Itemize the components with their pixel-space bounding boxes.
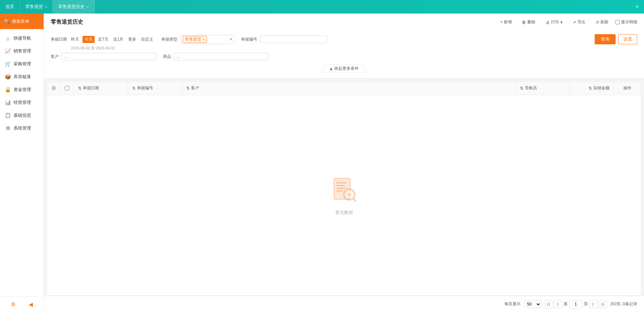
doc-type-container[interactable]: 零售退货 × ▾ (180, 35, 234, 44)
refresh-icon: ↺ (596, 20, 599, 25)
per-page-label: 每页显示 (504, 301, 521, 307)
date-btn-custom[interactable]: 自定义 (140, 36, 154, 43)
collapse-icon: ▲ (329, 66, 333, 71)
customer-input[interactable] (62, 53, 156, 60)
page-next-button[interactable]: ⟩ (589, 300, 597, 308)
svg-rect-1 (336, 182, 347, 183)
sidebar-item-quicknav[interactable]: ⌂ 快捷导航 (0, 32, 44, 45)
sidebar-item-operations[interactable]: 📊 经营管理 (0, 96, 44, 109)
date-btn-1month[interactable]: 近1月 (112, 36, 125, 43)
export-button[interactable]: ↗ 导出 (569, 18, 589, 27)
sidebar-item-basic-info-label: 基础信息 (14, 112, 31, 118)
sidebar: 🔍 搜索菜单 ⌂ 快捷导航 📈 销售管理 🛒 采购管理 📦 库存核算 🔒 (0, 14, 44, 312)
sidebar-item-system[interactable]: ⚙ 系统管理 (0, 122, 44, 135)
operations-icon: 📊 (5, 99, 11, 106)
date-btn-more[interactable]: 更多 (127, 36, 138, 43)
collapse-bar: ▲ 收起更多条件 (51, 63, 637, 75)
empty-illustration (329, 175, 359, 205)
svg-line-6 (353, 198, 356, 201)
window-close-button[interactable]: × (630, 0, 644, 14)
new-button[interactable]: + 新增 (497, 18, 515, 27)
svg-rect-2 (336, 185, 345, 186)
th-action: 操作 (614, 82, 641, 95)
sidebar-item-system-label: 系统管理 (14, 125, 31, 131)
th-amount[interactable]: ⇅ 实销金额 (570, 82, 614, 95)
refresh-button[interactable]: ↺ 刷新 (592, 18, 612, 27)
table-select-all[interactable] (61, 82, 74, 95)
page-first-button[interactable]: ⟨⟨ (545, 300, 553, 308)
select-all-checkbox[interactable] (65, 86, 69, 90)
page-last-button[interactable]: ⟩⟩ (599, 300, 607, 308)
doc-type-tag-close[interactable]: × (202, 38, 205, 41)
date-btn-7days[interactable]: 近7天 (97, 36, 110, 43)
sidebar-item-purchase[interactable]: 🛒 采购管理 (0, 58, 44, 70)
page-prev-button[interactable]: ⟨ (554, 300, 562, 308)
tab-home-label: 首页 (5, 4, 14, 10)
doc-no-input[interactable] (260, 36, 328, 43)
th-customer[interactable]: ⇅ 客户 (182, 82, 516, 95)
query-button[interactable]: 查询 (595, 34, 616, 44)
sidebar-item-inventory[interactable]: 📦 库存核算 (0, 70, 44, 83)
tab-retail-return-close[interactable]: × (45, 5, 47, 9)
delete-button[interactable]: 🗑 删除 (519, 18, 539, 27)
print-button[interactable]: 🖨 打印 ▾ (542, 18, 566, 27)
filter-row-2: 客户 商品 (51, 53, 637, 60)
print-button-label: 打印 (551, 19, 559, 25)
collapse-label: 收起更多条件 (334, 66, 359, 71)
doc-type-label: 单据类型 (161, 37, 177, 42)
th-docno-sort-icon: ⇅ (132, 86, 136, 91)
tab-home[interactable]: 首页 (0, 0, 20, 14)
sidebar-item-sales[interactable]: 📈 销售管理 (0, 45, 44, 58)
print-dropdown-icon: ▾ (560, 20, 563, 25)
collapse-sidebar-icon[interactable]: ◀ (29, 301, 33, 308)
sidebar-bottom: ⚙ ◀ (0, 296, 44, 312)
display-detail-check[interactable]: 显示明细 (615, 19, 637, 25)
doc-type-tag: 零售退货 × (183, 36, 207, 43)
delete-icon: 🗑 (522, 20, 526, 25)
settings-button[interactable]: 设置 (618, 34, 637, 44)
goods-filter: 商品 (163, 53, 268, 60)
date-btn-today[interactable]: 今天 (82, 36, 95, 43)
sidebar-search[interactable]: 🔍 搜索菜单 (0, 14, 44, 29)
export-button-label: 导出 (577, 19, 586, 25)
th-date[interactable]: ⇅ 单据日期 (74, 82, 128, 95)
sidebar-item-basic-info[interactable]: 📋 基础信息 (0, 109, 44, 122)
tab-retail-return-history-close[interactable]: × (87, 5, 89, 9)
sidebar-item-finance-label: 资金管理 (14, 87, 31, 93)
page-title: 零售退货历史 (51, 19, 83, 26)
customer-label: 客户 (51, 54, 59, 60)
sidebar-item-inventory-label: 库存核算 (14, 74, 31, 80)
sidebar-item-finance[interactable]: 🔒 资金管理 (0, 83, 44, 96)
sidebar-item-operations-label: 经营管理 (14, 99, 31, 106)
sidebar-item-sales-label: 销售管理 (14, 48, 31, 54)
display-detail-checkbox[interactable] (615, 20, 620, 24)
page-unit: 页 (584, 301, 588, 307)
th-guide[interactable]: ⇅ 导购员 (516, 82, 570, 95)
page-number-input[interactable] (569, 300, 582, 308)
tab-retail-return[interactable]: 零售退货 × (20, 0, 53, 14)
toolbar: + 新增 🗑 删除 🖨 打印 ▾ ↗ 导出 (497, 18, 637, 27)
th-docno[interactable]: ⇅ 单据编号 (128, 82, 182, 95)
per-page-select[interactable]: 10 20 50 100 (524, 300, 541, 308)
pagination-nav: ⟨⟨ ⟨ 第 页 ⟩ ⟩⟩ (545, 300, 607, 308)
sidebar-item-purchase-label: 采购管理 (14, 61, 31, 67)
delete-button-label: 删除 (527, 19, 535, 25)
filter-area: 单据日期 昨天 今天 近7天 近1月 更多 自定义 单据类型 (51, 31, 637, 78)
tab-retail-return-history[interactable]: 零售退货历史 × (53, 0, 94, 14)
date-range-display: 2023-06-02 至 2023-06-02 (71, 46, 637, 51)
settings-bottom-icon[interactable]: ⚙ (11, 301, 16, 308)
doc-type-tag-label: 零售退货 (185, 37, 201, 42)
doc-no-label: 单据编号 (241, 37, 257, 42)
table-column-settings[interactable]: ⚙ (47, 82, 61, 95)
goods-input[interactable] (174, 53, 268, 60)
page-header: 零售退货历史 + 新增 🗑 删除 🖨 打印 ▾ ↗ (44, 14, 644, 79)
page-title-row: 零售退货历史 + 新增 🗑 删除 🖨 打印 ▾ ↗ (51, 18, 637, 27)
collapse-button[interactable]: ▲ 收起更多条件 (324, 64, 365, 73)
purchase-icon: 🛒 (5, 61, 11, 67)
tab-retail-return-label: 零售退货 (25, 4, 43, 10)
content-area: 零售退货历史 + 新增 🗑 删除 🖨 打印 ▾ ↗ (44, 14, 644, 312)
finance-icon: 🔒 (5, 87, 11, 93)
date-btn-yesterday[interactable]: 昨天 (70, 36, 80, 43)
svg-rect-4 (336, 191, 343, 192)
doc-type-filter: 单据类型 零售退货 × ▾ (161, 35, 234, 44)
